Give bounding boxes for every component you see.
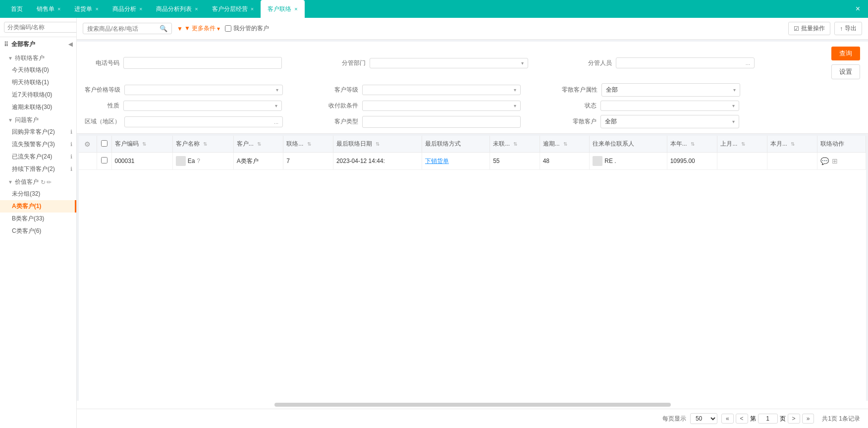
sort-icon-name[interactable]: ⇅ bbox=[203, 141, 207, 147]
phone-label: 电话号码 bbox=[85, 59, 119, 67]
close-tab-purchase-order[interactable]: × bbox=[95, 6, 98, 12]
filter-row-4: 区域（地区） ... 客户类型 零散客户 全部 ▾ bbox=[85, 115, 860, 128]
sort-icon-overdue[interactable]: ⇅ bbox=[563, 141, 567, 147]
qr-icon[interactable]: ⊞ bbox=[832, 157, 838, 165]
search-bar: 🔍 bbox=[83, 23, 172, 34]
sidebar-search-input[interactable] bbox=[4, 22, 77, 33]
sort-icon-code[interactable]: ⇅ bbox=[142, 141, 146, 147]
main-layout: 🔍 ⠿ 全部客户 ◀ ▼ 待联络客户 今天待联络(0) 明天待联络(1) 近7天… bbox=[0, 18, 868, 428]
my-customers-check[interactable] bbox=[225, 25, 231, 32]
last-page-btn[interactable]: » bbox=[802, 414, 814, 424]
row-checkbox[interactable] bbox=[101, 157, 108, 163]
batch-op-button[interactable]: ☑ 批量操作 bbox=[788, 22, 830, 35]
setting-button[interactable]: 设置 bbox=[831, 64, 860, 79]
close-tab-customer-segment[interactable]: × bbox=[251, 6, 254, 12]
retail-select[interactable]: 全部 ▾ bbox=[600, 115, 739, 128]
filter-actions: ☑ 批量操作 ↑ 导出 bbox=[788, 22, 862, 35]
tab-home[interactable]: 首页 bbox=[4, 0, 30, 18]
region-select[interactable]: ... bbox=[124, 116, 283, 127]
td-code: 000031 bbox=[111, 153, 172, 170]
sort-icon-cur-month[interactable]: ⇅ bbox=[791, 141, 795, 147]
export-button[interactable]: ↑ 导出 bbox=[834, 22, 862, 35]
sort-icon-date[interactable]: ⇅ bbox=[376, 141, 380, 147]
tab-product-analysis-list[interactable]: 商品分析列表 × bbox=[149, 0, 205, 18]
more-filter-button[interactable]: ▼ ▼ 更多条件 ▾ bbox=[177, 24, 220, 33]
first-page-btn[interactable]: « bbox=[721, 414, 734, 424]
tab-purchase-order[interactable]: 进货单 × bbox=[67, 0, 105, 18]
tab-sales-order[interactable]: 销售单 × bbox=[30, 0, 67, 18]
checkbox-icon: ☑ bbox=[794, 25, 799, 32]
customer-level-select[interactable]: ▾ bbox=[362, 85, 521, 95]
info-icon-4[interactable]: ℹ bbox=[70, 166, 72, 172]
close-tab-product-analysis-list[interactable]: × bbox=[195, 6, 198, 12]
refresh-icon[interactable]: ↻ bbox=[41, 179, 46, 186]
sort-icon-contact[interactable]: ⇅ bbox=[307, 141, 311, 147]
sidebar-item-b-class[interactable]: B类客户(33) bbox=[0, 213, 76, 225]
next-page-btn[interactable]: > bbox=[788, 414, 800, 424]
close-tab-sales-order[interactable]: × bbox=[57, 6, 60, 12]
sidebar-item-tomorrow-pending[interactable]: 明天待联络(1) bbox=[0, 76, 76, 89]
sidebar-item-c-class[interactable]: C类客户(6) bbox=[0, 225, 76, 237]
sidebar-item-churned[interactable]: 已流失客户(24) ℹ bbox=[0, 151, 76, 163]
per-page-label: 每页显示 bbox=[662, 415, 686, 423]
value-group-label[interactable]: ▼ 价值客户 ↻ ✏ bbox=[0, 175, 76, 188]
main-search-icon[interactable]: 🔍 bbox=[160, 25, 167, 32]
dept-select[interactable]: ▾ bbox=[370, 58, 528, 68]
info-icon-1[interactable]: ℹ bbox=[70, 129, 72, 135]
sort-icon-year[interactable]: ⇅ bbox=[691, 141, 695, 147]
collapse-icon[interactable]: ◀ bbox=[68, 41, 72, 48]
tab-customer-contact[interactable]: 客户联络 × bbox=[261, 0, 304, 18]
per-page-select[interactable]: 50 100 bbox=[690, 413, 717, 424]
close-tab-product-analysis[interactable]: × bbox=[139, 6, 142, 12]
scrollbar-thumb[interactable] bbox=[274, 403, 671, 407]
edit-icon[interactable]: ✏ bbox=[47, 179, 52, 186]
prev-page-btn[interactable]: < bbox=[736, 414, 748, 424]
dept-dropdown-arrow: ▾ bbox=[521, 60, 524, 66]
customer-type-input[interactable] bbox=[362, 116, 521, 128]
page-number-input[interactable] bbox=[758, 414, 778, 424]
select-all-checkbox[interactable] bbox=[101, 140, 108, 147]
payment-select[interactable]: ▾ bbox=[362, 101, 521, 111]
close-all-button[interactable]: × bbox=[852, 4, 864, 13]
nature-select[interactable]: ▾ bbox=[123, 101, 282, 111]
status-label: 状态 bbox=[562, 102, 597, 110]
sidebar-item-repurchase-abnormal[interactable]: 回购异常客户(2) ℹ bbox=[0, 126, 76, 138]
message-icon[interactable]: 💬 bbox=[820, 157, 829, 165]
person-select[interactable]: ... bbox=[616, 57, 755, 68]
tab-customer-segment[interactable]: 客户分层经营 × bbox=[205, 0, 261, 18]
sidebar-item-today-pending[interactable]: 今天待联络(0) bbox=[0, 64, 76, 76]
all-customers-header[interactable]: ⠿ 全部客户 ◀ bbox=[0, 37, 76, 52]
phone-input[interactable] bbox=[123, 57, 282, 69]
filter-row-3: 性质 ▾ 收付款条件 ▾ 状态 bbox=[85, 101, 860, 111]
price-level-select[interactable]: ▾ bbox=[124, 85, 283, 95]
main-search-input[interactable] bbox=[87, 25, 157, 32]
contact-way-link[interactable]: 下销货单 bbox=[425, 158, 449, 164]
contact-person-avatar bbox=[593, 156, 602, 166]
horizontal-scrollbar[interactable] bbox=[77, 401, 868, 409]
sidebar-item-overdue-pending[interactable]: 逾期未联络(30) bbox=[0, 101, 76, 113]
problem-group-label[interactable]: ▼ 问题客户 bbox=[0, 113, 76, 126]
td-last-contact-date: 2023-04-12 14:44: bbox=[333, 153, 422, 170]
sidebar-item-declining[interactable]: 持续下滑客户(2) ℹ bbox=[0, 163, 76, 175]
sort-icon-not-contacted[interactable]: ⇅ bbox=[513, 141, 517, 147]
gear-icon[interactable]: ⚙ bbox=[84, 140, 91, 148]
filter-person: 分管人员 ... bbox=[577, 47, 823, 79]
tab-product-analysis[interactable]: 商品分析 × bbox=[106, 0, 149, 18]
person-more-btn[interactable]: ... bbox=[746, 60, 750, 66]
sort-icon-type[interactable]: ⇅ bbox=[257, 141, 261, 147]
region-more-btn[interactable]: ... bbox=[274, 119, 278, 125]
sidebar-item-ungrouped[interactable]: 未分组(32) bbox=[0, 188, 76, 200]
th-name: 客户名称 ⇅ bbox=[172, 136, 233, 153]
info-icon-2[interactable]: ℹ bbox=[70, 141, 72, 148]
sidebar-item-a-class[interactable]: A类客户(1) bbox=[0, 200, 76, 213]
info-icon-3[interactable]: ℹ bbox=[70, 154, 72, 160]
sidebar-item-7days-pending[interactable]: 近7天待联络(0) bbox=[0, 89, 76, 101]
my-customers-checkbox[interactable]: 我分管的客户 bbox=[225, 24, 269, 33]
status-select[interactable]: ▾ bbox=[600, 101, 739, 111]
pending-group-label[interactable]: ▼ 待联络客户 bbox=[0, 52, 76, 64]
sort-icon-last-month[interactable]: ⇅ bbox=[741, 141, 745, 147]
close-tab-customer-contact[interactable]: × bbox=[294, 6, 297, 12]
sidebar-item-churn-warning[interactable]: 流失预警客户(3) ℹ bbox=[0, 138, 76, 151]
retail-attr-select[interactable]: 全部 ▾ bbox=[601, 83, 740, 97]
query-button[interactable]: 查询 bbox=[831, 47, 860, 60]
